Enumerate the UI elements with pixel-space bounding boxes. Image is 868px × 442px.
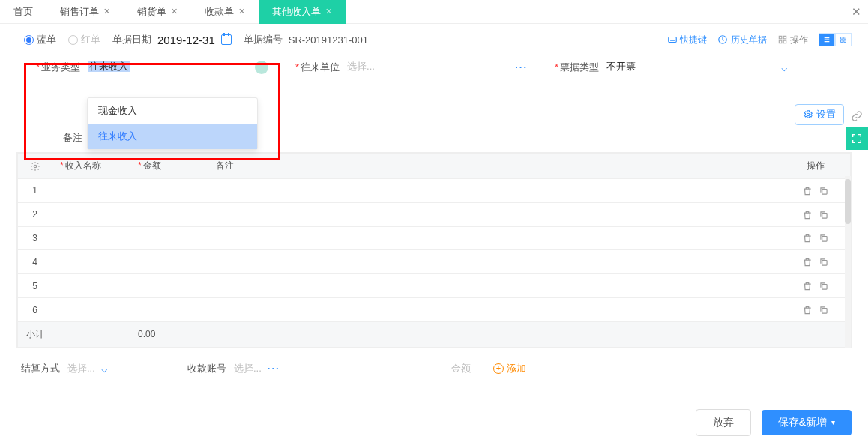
svg-rect-14 xyxy=(822,237,826,241)
pay-amount-label: 金额 xyxy=(451,362,471,375)
trash-icon[interactable] xyxy=(802,186,813,196)
invoice-type-value: 不开票 xyxy=(606,57,774,77)
biz-type-value: 往来收入 xyxy=(88,61,130,72)
tab-home[interactable]: 首页 xyxy=(0,0,46,24)
tab-sales-order[interactable]: 销售订单✕ xyxy=(46,0,124,24)
pay-method-label: 结算方式 xyxy=(21,362,60,375)
svg-rect-0 xyxy=(669,37,677,43)
biz-type-dropdown: 现金收入 往来收入 xyxy=(87,97,258,150)
more-icon[interactable]: ··· xyxy=(515,61,528,73)
copy-icon[interactable] xyxy=(819,257,829,267)
close-icon[interactable]: ✕ xyxy=(171,7,178,16)
trash-icon[interactable] xyxy=(802,233,813,243)
grid-view-icon[interactable] xyxy=(835,33,852,46)
table-row[interactable]: 2 xyxy=(18,202,851,226)
party-field[interactable]: *往来单位 选择... ··· xyxy=(295,57,528,77)
no-label: 单据编号 xyxy=(244,33,283,46)
tab-bar: 首页 销售订单✕ 销货单✕ 收款单✕ 其他收入单✕ ✕ xyxy=(0,0,868,24)
pay-account-label: 收款账号 xyxy=(187,362,226,375)
link-icon[interactable] xyxy=(846,105,868,127)
svg-rect-4 xyxy=(779,40,782,43)
biz-type-option-cash[interactable]: 现金收入 xyxy=(88,98,257,124)
svg-rect-16 xyxy=(822,285,826,289)
fullscreen-icon[interactable] xyxy=(846,127,868,150)
col-ops: 操作 xyxy=(780,154,851,179)
chevron-up-icon[interactable]: ˄ xyxy=(255,61,268,74)
no-value: SR-20191231-001 xyxy=(289,34,368,46)
party-placeholder: 选择... xyxy=(347,57,507,77)
subtotal-row: 小计 0.00 xyxy=(18,321,851,347)
svg-rect-2 xyxy=(779,37,782,40)
chevron-down-icon: ▾ xyxy=(831,418,835,426)
copy-icon[interactable] xyxy=(819,281,829,291)
biz-type-field[interactable]: *业务类型 往来收入 ˄ xyxy=(36,57,268,77)
table-row[interactable]: 1 xyxy=(18,179,851,203)
gear-icon[interactable] xyxy=(30,161,40,172)
table-row[interactable]: 3 xyxy=(18,226,851,250)
col-name: *收入名称 xyxy=(52,154,130,179)
close-all-icon[interactable]: ✕ xyxy=(844,5,868,19)
col-amount: *金额 xyxy=(130,154,208,179)
svg-rect-7 xyxy=(844,37,846,40)
copy-icon[interactable] xyxy=(819,210,829,220)
tab-shipment[interactable]: 销货单✕ xyxy=(124,0,191,24)
close-icon[interactable]: ✕ xyxy=(103,7,110,16)
table-row[interactable]: 5 xyxy=(18,274,851,298)
radio-blue[interactable]: 蓝单 xyxy=(24,33,56,46)
trash-icon[interactable] xyxy=(802,210,813,220)
svg-rect-15 xyxy=(822,261,826,265)
tab-receipt[interactable]: 收款单✕ xyxy=(191,0,259,24)
list-view-icon[interactable] xyxy=(819,33,835,46)
view-toggle[interactable] xyxy=(819,33,852,46)
pay-account-select[interactable]: 选择...··· xyxy=(234,362,346,375)
table-row[interactable]: 6 xyxy=(18,298,851,322)
payment-row: 结算方式 选择...⌵ 收款账号 选择...··· 金额 +添加 xyxy=(0,348,868,389)
tab-other-income[interactable]: 其他收入单✕ xyxy=(259,0,346,24)
side-icons xyxy=(846,105,868,150)
settings-button[interactable]: 设置 xyxy=(795,104,844,125)
svg-rect-13 xyxy=(822,213,826,217)
radio-red[interactable]: 红单 xyxy=(68,33,100,46)
chevron-down-icon[interactable]: ⌵ xyxy=(781,61,787,73)
operations-menu[interactable]: 操作 xyxy=(777,34,808,46)
scrollbar-thumb[interactable] xyxy=(845,179,851,224)
col-remark: 备注 xyxy=(208,154,780,179)
copy-icon[interactable] xyxy=(819,233,829,243)
close-icon[interactable]: ✕ xyxy=(325,7,332,16)
biz-type-option-ar[interactable]: 往来收入 xyxy=(88,124,257,149)
shortcut-link[interactable]: 快捷键 xyxy=(667,34,707,46)
svg-point-11 xyxy=(34,165,37,168)
sub-toolbar: 蓝单 红单 单据日期2019-12-31 单据编号SR-20191231-001… xyxy=(0,24,868,54)
footer-bar: 放弃 保存&新增▾ xyxy=(0,402,868,442)
col-idx xyxy=(18,154,52,179)
svg-rect-5 xyxy=(783,40,786,43)
svg-point-10 xyxy=(807,113,810,116)
trash-icon[interactable] xyxy=(802,257,813,267)
copy-icon[interactable] xyxy=(819,186,829,196)
subtotal-amount: 0.00 xyxy=(130,321,208,347)
history-link[interactable]: 历史单据 xyxy=(717,34,766,46)
svg-rect-17 xyxy=(822,309,826,313)
close-icon[interactable]: ✕ xyxy=(238,7,245,16)
invoice-type-field[interactable]: *票据类型 不开票 ⌵ xyxy=(555,57,787,77)
copy-icon[interactable] xyxy=(819,305,829,315)
svg-rect-6 xyxy=(841,37,843,40)
add-payment-button[interactable]: +添加 xyxy=(493,362,526,375)
scrollbar[interactable] xyxy=(845,176,851,348)
svg-rect-3 xyxy=(783,37,786,40)
discard-button[interactable]: 放弃 xyxy=(696,409,751,436)
trash-icon[interactable] xyxy=(802,281,813,291)
save-and-new-button[interactable]: 保存&新增▾ xyxy=(762,410,852,435)
date-value[interactable]: 2019-12-31 xyxy=(157,34,215,46)
svg-rect-12 xyxy=(822,189,826,193)
trash-icon[interactable] xyxy=(802,305,813,315)
calendar-icon[interactable] xyxy=(221,34,232,45)
pay-method-select[interactable]: 选择...⌵ xyxy=(67,362,180,375)
table-row[interactable]: 4 xyxy=(18,250,851,274)
items-table: *收入名称 *金额 备注 操作 1 2 3 4 5 6 小计 0.00 xyxy=(16,152,852,348)
svg-rect-8 xyxy=(841,40,843,43)
date-label: 单据日期 xyxy=(112,33,151,46)
svg-rect-9 xyxy=(844,40,846,43)
